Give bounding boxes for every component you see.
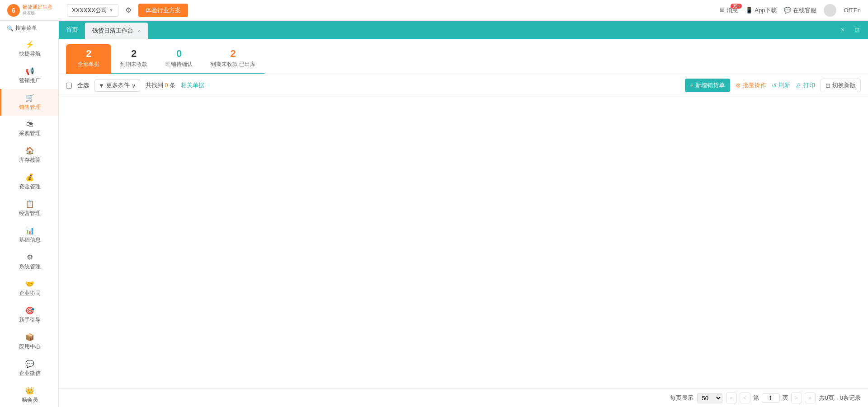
tab-bar: 首页 钱货日清工作台 × × ⊡: [59, 21, 868, 39]
sidebar-item-label: 资金管理: [19, 183, 41, 191]
message-badge: 99+: [731, 4, 742, 9]
print-icon: 🖨: [796, 82, 802, 89]
sidebar-item-label: 企业协同: [19, 290, 41, 297]
sidebar-item-wechat[interactable]: 💬 企业微信: [0, 355, 58, 382]
top-bar: 6 畅捷通好生意 标准版 XXXXXX公司 ▼ ⚙ 体验行业方案 ✉ 消息 99…: [0, 0, 868, 21]
sidebar-item-system[interactable]: ⚙ 系统管理: [0, 248, 58, 275]
sidebar-search[interactable]: 🔍 搜索菜单: [0, 21, 58, 36]
per-page-label: 每页显示: [670, 394, 693, 402]
member-icon: 👑: [25, 386, 34, 395]
refresh-button[interactable]: ↺ 刷新: [772, 81, 790, 89]
refresh-label: 刷新: [778, 81, 790, 89]
app-center-icon: 📦: [25, 333, 34, 342]
sidebar-item-marketing[interactable]: 📢 营销推广: [0, 62, 58, 89]
current-page-label: 第: [753, 394, 759, 402]
sidebar-item-label: 快捷导航: [19, 50, 41, 58]
select-all-checkbox[interactable]: [66, 83, 72, 89]
stat-tab-overdue-shipped[interactable]: 2 到期未收款 已出库: [202, 44, 264, 74]
search-icon: 🔍: [7, 25, 14, 32]
sidebar-item-inventory[interactable]: 🏠 库存核算: [0, 142, 58, 168]
prev-page-button[interactable]: <: [740, 393, 750, 403]
stat-label-all: 全部单据: [75, 61, 102, 68]
content-area: 首页 钱货日清工作台 × × ⊡ 2 全部单据: [59, 21, 868, 407]
last-page-button[interactable]: »: [805, 393, 816, 403]
sidebar-item-sales[interactable]: 🛒 销售管理: [0, 89, 58, 116]
first-page-button[interactable]: «: [726, 393, 737, 403]
print-button[interactable]: 🖨 打印: [796, 81, 815, 89]
app-download-button[interactable]: 📱 App下载: [745, 6, 777, 14]
sidebar-item-label: 基础信息: [19, 236, 41, 244]
username[interactable]: OfTEn: [844, 7, 861, 14]
window-restore-button[interactable]: ⊡: [852, 24, 863, 35]
refresh-icon: ↺: [772, 82, 777, 89]
sidebar-item-basic-info[interactable]: 📊 基础信息: [0, 222, 58, 248]
service-icon: 💬: [784, 7, 791, 14]
page-input[interactable]: [762, 393, 780, 403]
new-order-button[interactable]: + 新增销货单: [685, 79, 730, 92]
tab-close-icon[interactable]: ×: [138, 28, 141, 33]
settings-button[interactable]: ⚙: [122, 4, 135, 17]
tab-work-bench[interactable]: 钱货日清工作台 ×: [85, 23, 148, 39]
home-tab-label: 首页: [66, 26, 78, 34]
trial-button[interactable]: 体验行业方案: [138, 4, 188, 17]
toolbar-right: + 新增销货单 ⚙ 批量操作 ↺ 刷新 🖨 打印 ⊡: [685, 79, 861, 92]
stat-num-pending: 0: [165, 48, 193, 60]
message-button[interactable]: ✉ 消息 99+: [720, 6, 738, 14]
stat-tab-all[interactable]: 2 全部单据: [66, 44, 111, 74]
sidebar-item-member[interactable]: 👑 畅会员: [0, 382, 58, 407]
switch-label: 切换新版: [832, 81, 856, 89]
sidebar-item-app-center[interactable]: 📦 应用中心: [0, 328, 58, 355]
logo-title: 畅捷通好生意: [23, 4, 52, 10]
switch-version-button[interactable]: ⊡ 切换新版: [821, 79, 861, 92]
sidebar: 🔍 搜索菜单 ⚡ 快捷导航 📢 营销推广 🛒 销售管理 🛍 采购管理 🏠 库存核…: [0, 21, 59, 407]
close-icon: ×: [841, 26, 844, 33]
basic-info-icon: 📊: [25, 226, 34, 235]
stat-label-overdue: 到期未收款: [120, 61, 147, 68]
company-name: XXXXXX公司: [72, 6, 107, 14]
system-icon: ⚙: [27, 253, 33, 262]
stat-num-overdue-shipped: 2: [211, 48, 255, 60]
sidebar-item-newbie[interactable]: 🎯 新手引导: [0, 302, 58, 328]
purchase-icon: 🛍: [26, 120, 33, 128]
top-bar-right: ✉ 消息 99+ 📱 App下载 💬 在线客服 OfTEn: [720, 4, 861, 17]
select-all-label: 全选: [77, 81, 89, 89]
tab-home[interactable]: 首页: [59, 26, 85, 34]
sidebar-item-finance[interactable]: 💰 资金管理: [0, 168, 58, 195]
stat-num-all: 2: [75, 48, 102, 60]
sidebar-item-enterprise[interactable]: 🤝 企业协同: [0, 275, 58, 302]
batch-operation-button[interactable]: ⚙ 批量操作: [736, 81, 766, 89]
next-icon: >: [795, 395, 798, 401]
table-area: [59, 97, 868, 388]
first-page-icon: «: [730, 395, 733, 401]
operations-icon: 📋: [25, 200, 34, 208]
window-controls: × ⊡: [837, 24, 868, 35]
sidebar-item-label: 畅会员: [22, 396, 38, 404]
toolbar: 全选 ▼ 更多条件 ∨ 共找到 0 条 相关单据 + 新增销货单 ⚙ 批量操作: [59, 74, 868, 97]
window-close-button[interactable]: ×: [837, 24, 848, 35]
next-page-button[interactable]: >: [791, 393, 802, 403]
top-bar-left: 6 畅捷通好生意 标准版 XXXXXX公司 ▼ ⚙ 体验行业方案: [7, 4, 188, 17]
message-icon: ✉: [720, 7, 725, 14]
newbie-icon: 🎯: [25, 306, 34, 315]
sidebar-item-quick-nav[interactable]: ⚡ 快捷导航: [0, 36, 58, 62]
stat-tab-pending[interactable]: 0 旺铺待确认: [156, 44, 202, 74]
filter-button[interactable]: ▼ 更多条件 ∨: [94, 79, 140, 92]
stat-label-overdue-shipped: 到期未收款 已出库: [211, 61, 255, 68]
quick-nav-icon: ⚡: [25, 40, 34, 49]
stat-tab-overdue[interactable]: 2 到期未收款: [111, 44, 156, 74]
sidebar-item-operations[interactable]: 📋 经营管理: [0, 195, 58, 222]
logo-area: 6 畅捷通好生意 标准版: [7, 4, 52, 17]
per-page-select[interactable]: 50 20 100: [697, 393, 722, 403]
batch-icon: ⚙: [736, 82, 741, 89]
main-layout: 🔍 搜索菜单 ⚡ 快捷导航 📢 营销推广 🛒 销售管理 🛍 采购管理 🏠 库存核…: [0, 21, 868, 407]
online-service-button[interactable]: 💬 在线客服: [784, 6, 816, 14]
page-suffix: 页: [783, 394, 788, 402]
filter-label: 更多条件: [106, 81, 130, 89]
gear-icon: ⚙: [125, 6, 132, 14]
related-orders-link[interactable]: 相关单据: [181, 81, 204, 89]
sidebar-item-purchase[interactable]: 🛍 采购管理: [0, 116, 58, 142]
sidebar-item-label: 新手引导: [19, 316, 41, 324]
avatar: [824, 4, 836, 17]
total-info: 共0页，0条记录: [819, 394, 861, 402]
company-selector[interactable]: XXXXXX公司 ▼: [67, 4, 118, 17]
